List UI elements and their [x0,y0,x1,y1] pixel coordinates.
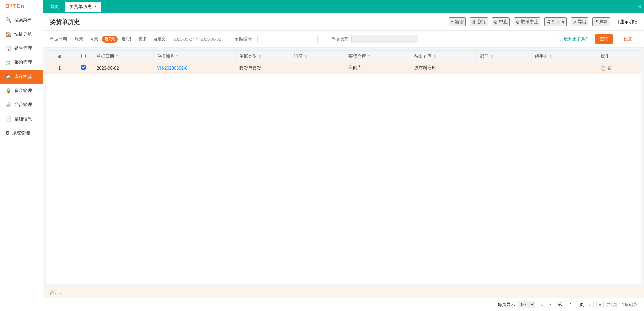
sidebar: OfTEn 🔍 搜索菜单🏠 快捷导航📊 销售管理🛒 采购管理🏠 库存核算🔒 资金… [0,0,43,311]
row-delete-icon[interactable]: ⊞ [608,65,612,71]
sort-code-icon: ⇅ [176,54,179,58]
sidebar-item-finance[interactable]: 🔒 资金管理 [0,84,43,98]
minimize-btn[interactable]: — [625,4,629,9]
sidebar-label-sales: 销售管理 [14,45,32,51]
tab-close-icon[interactable]: × [94,4,97,9]
delete-button[interactable]: 🗑 删除 [470,17,488,26]
date-filter-buttons: 昨天今天近7天近1月更多自定义 [72,36,168,43]
sidebar-item-sales[interactable]: 📊 销售管理 [0,41,43,55]
window-controls: — ❐ ✕ [625,4,641,9]
query-button[interactable]: 查询 [595,34,613,44]
cancel-stop-icon: ⊘ [516,19,520,25]
tab-home[interactable]: 首页 [46,2,64,12]
first-page-btn[interactable]: « [538,301,545,308]
show-detail-toggle[interactable]: 显示明细 [614,19,637,25]
date-btn-昨天[interactable]: 昨天 [72,36,86,43]
th-settings[interactable]: ⚙ [46,51,73,62]
code-filter-label: 单据编号 [234,36,252,42]
code-filter-input[interactable] [257,35,318,43]
th-handler[interactable]: 经手人 ⇅ [531,51,597,62]
sidebar-label-search-menu: 搜索菜单 [14,17,32,23]
sidebar-label-system: 系统管理 [12,130,30,136]
sort-store-icon: ⇅ [305,54,308,58]
cancel-stop-button[interactable]: ⊘ 取消中止 [514,17,540,26]
row-handler [531,62,597,74]
sidebar-item-base-info[interactable]: 📄 基础信息 [0,112,43,126]
close-btn[interactable]: ✕ [638,4,641,9]
print-button[interactable]: 🖨 打印 ▾ [544,17,567,26]
select-all-checkbox[interactable] [81,54,86,58]
tab-active[interactable]: 要货单历史 × [65,2,101,12]
table-header-row: ⚙ 单据日期 ⇅ 单据编号 ⇅ [46,51,641,62]
sidebar-item-operations[interactable]: 📈 经营管理 [0,98,43,112]
stop-button[interactable]: ⊘ 中止 [492,17,510,26]
next-page-btn[interactable]: > [587,301,594,308]
status-filter-select[interactable] [351,35,418,43]
header-actions: + 新增 🗑 删除 ⊘ 中止 ⊘ 取消中止 🖨 打印 ▾ [449,17,637,26]
page-label: 第 [558,302,562,308]
page-size-select[interactable]: 102050100 [518,301,535,308]
delete-icon: 🗑 [472,19,476,25]
row-checkbox[interactable] [81,65,86,70]
sidebar-item-search-menu[interactable]: 🔍 搜索菜单 [0,13,43,27]
restore-btn[interactable]: ❐ [632,4,635,9]
refresh-button[interactable]: ↺ 刷新 [592,17,610,26]
row-pending-warehouse: 原材料仓库 [411,62,477,74]
sidebar-item-inventory[interactable]: 🏠 库存核算 [0,70,43,84]
date-btn-自定义[interactable]: 自定义 [151,36,168,43]
th-date[interactable]: 单据日期 ⇅ [93,51,153,62]
row-code-link[interactable]: YH-20230602-0 [157,65,188,71]
settings-button[interactable]: 设置 [619,34,637,44]
main-area: 首页 要货单历史 × — ❐ ✕ 要货单历史 + 新增 🗑 删除 [43,0,644,311]
row-checkbox-cell[interactable] [73,62,93,74]
logo[interactable]: OfTEn [0,0,43,13]
system-icon: ⚙ [5,130,10,136]
add-button[interactable]: + 新增 [449,17,466,26]
date-btn-更多[interactable]: 更多 [136,36,149,43]
table-row: 1 2023-06-02 YH-20230602-0 要货单要货 车间库 原材料… [46,62,641,74]
row-dept [477,62,531,74]
date-btn-今天[interactable]: 今天 [87,36,101,43]
sort-dept-icon: ⇅ [491,54,494,58]
sidebar-label-inventory: 库存核算 [14,74,32,80]
date-btn-近1月[interactable]: 近1月 [119,36,135,43]
th-pending[interactable]: 待出仓库 ⇅ [411,51,477,62]
th-operation: 操作 [597,51,641,62]
inventory-icon: 🏠 [5,74,12,80]
sidebar-item-purchase[interactable]: 🛒 采购管理 [0,55,43,70]
date-btn-近7天[interactable]: 近7天 [102,36,118,43]
sidebar-item-system[interactable]: ⚙ 系统管理 [0,126,43,140]
export-icon: ↗ [573,19,576,25]
table-settings-icon[interactable]: ⚙ [58,54,62,59]
print-dropdown-icon: ▾ [562,19,565,25]
expand-btn[interactable]: ⌄ 展开更多条件 [558,36,590,42]
row-num: 1 [46,62,73,74]
sidebar-label-base-info: 基础信息 [14,116,32,122]
row-warehouse: 车间库 [345,62,411,74]
th-type[interactable]: 单据类型 ⇅ [235,51,290,62]
th-dept[interactable]: 部门 ⇅ [477,51,531,62]
page-suffix: 页 [580,302,584,308]
filter-row-1: 单据日期 昨天今天近7天近1月更多自定义 2023-05-27 至 2023-0… [50,34,637,44]
sidebar-label-quick-nav: 快捷导航 [14,31,32,37]
base-info-icon: 📄 [5,116,12,122]
table-area: ⚙ 单据日期 ⇅ 单据编号 ⇅ [46,50,641,284]
page-number-input[interactable] [565,301,577,308]
th-store[interactable]: 门店 ⇅ [290,51,345,62]
filter-bar: 单据日期 昨天今天近7天近1月更多自定义 2023-05-27 至 2023-0… [43,31,644,48]
th-warehouse[interactable]: 要货仓库 ⇅ [345,51,411,62]
prev-page-btn[interactable]: < [548,301,555,308]
last-page-btn[interactable]: » [596,301,603,308]
show-detail-checkbox[interactable] [614,20,619,24]
row-edit-icon[interactable]: 📋 [601,65,606,71]
quick-nav-icon: 🏠 [5,31,12,37]
sidebar-item-quick-nav[interactable]: 🏠 快捷导航 [0,27,43,41]
th-code[interactable]: 单据编号 ⇅ [153,51,235,62]
row-code[interactable]: YH-20230602-0 [153,62,235,74]
print-icon: 🖨 [546,19,551,25]
th-checkbox[interactable] [73,51,93,62]
sidebar-label-finance: 资金管理 [14,88,32,94]
export-button[interactable]: ↗ 导出 [571,17,588,26]
sales-icon: 📊 [5,45,12,51]
sort-handler-icon: ⇅ [550,54,553,58]
